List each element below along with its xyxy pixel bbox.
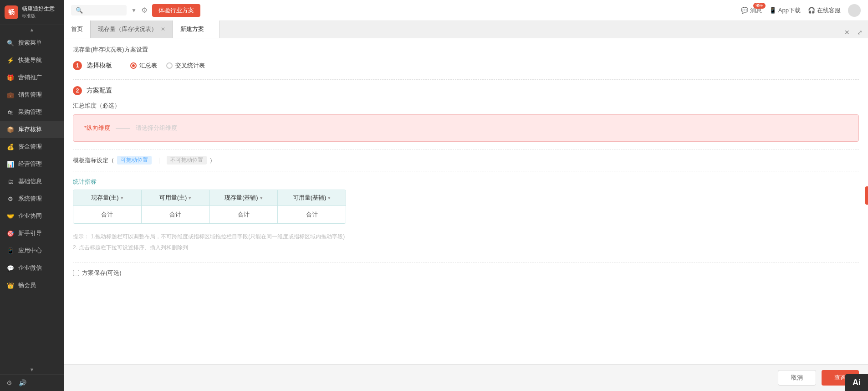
indicator-settings-suffix: ） (209, 156, 215, 165)
sidebar-item-sales[interactable]: 💼 销售管理 (0, 86, 64, 103)
inventory-icon: 📦 (6, 125, 15, 134)
sidebar-item-label: 营销推广 (18, 73, 42, 82)
newbie-icon: 🎯 (6, 229, 15, 237)
sidebar-item-newbie[interactable]: 🎯 新手引导 (0, 225, 64, 242)
section-divider-3 (73, 171, 859, 171)
tab-home-label: 首页 (71, 25, 83, 33)
search-icon: 🔍 (6, 39, 15, 47)
sidebar-item-quicknav[interactable]: ⚡ 快捷导航 (0, 51, 64, 69)
radio-dot-cross[interactable] (166, 62, 173, 69)
cooperation-icon: 🤝 (6, 212, 15, 220)
sidebar-item-label: 企业协同 (18, 212, 42, 220)
stats-section-label: 统计指标 (73, 178, 859, 186)
page-title: 现存量(库存状况表)方案设置 (73, 46, 859, 54)
stats-col-3-header[interactable]: 现存量(基辅) ▾ (210, 190, 278, 206)
sidebar-item-search[interactable]: 🔍 搜索菜单 (0, 34, 64, 51)
ai-badge[interactable]: Ai (845, 374, 868, 391)
sidebar-item-purchase[interactable]: 🛍 采购管理 (0, 103, 64, 121)
tabbar: 首页 现存量（库存状况表） ✕ 新建方案 ✕ ✕ ⤢ (64, 21, 868, 38)
stats-col-4-header-label: 可用量(基辅) (293, 194, 327, 202)
stats-col-3-value: 合计 (238, 211, 250, 219)
vertical-dim-label: *纵向维度 (84, 124, 110, 132)
tab-new-scheme-label: 新建方案 (180, 25, 204, 33)
save-checkbox[interactable] (73, 270, 79, 276)
app-download-item[interactable]: 📱 App下载 (769, 6, 801, 15)
section2-header: 2 方案配置 (73, 86, 859, 95)
radio-label-cross: 交叉统计表 (175, 62, 205, 70)
stats-col-1-body: 合计 (73, 206, 141, 223)
user-avatar[interactable] (848, 4, 861, 17)
sidebar-scroll-up[interactable]: ▲ (0, 25, 64, 34)
right-handle[interactable] (865, 186, 868, 205)
sidebar-item-label: 应用中心 (18, 247, 42, 255)
sidebar-item-cooperation[interactable]: 🤝 企业协同 (0, 207, 64, 225)
sidebar-footer: ⚙ 🔊 (0, 374, 64, 391)
stats-col-3-chevron[interactable]: ▾ (260, 195, 263, 201)
sidebar-item-marketing[interactable]: 🎁 营销推广 (0, 69, 64, 86)
stats-col-3: 现存量(基辅) ▾ 合计 (210, 190, 278, 223)
topbar-dropdown-arrow[interactable]: ▼ (131, 7, 137, 14)
app-download-icon: 📱 (769, 7, 776, 14)
settings-footer-icon[interactable]: ⚙ (6, 379, 12, 386)
search-input[interactable] (86, 7, 122, 14)
radio-summary[interactable]: 汇总表 (130, 62, 157, 70)
topbar-search-box[interactable]: 🔍 (71, 5, 127, 15)
stats-col-2-chevron[interactable]: ▾ (189, 195, 191, 201)
section1-title: 选择模板 (87, 62, 112, 70)
sidebar-item-label: 经营管理 (18, 160, 42, 168)
sidebar-logo: 畅 畅康通好生意 标准版 (0, 0, 64, 25)
sidebar-item-wechat[interactable]: 💬 企业微信 (0, 259, 64, 277)
topbar-gear-icon[interactable]: ⚙ (141, 6, 148, 15)
vertical-dim-placeholder[interactable]: 请选择分组维度 (136, 124, 177, 132)
wechat-icon: 💬 (6, 264, 15, 272)
online-service-item[interactable]: 🎧 在线客服 (808, 6, 841, 15)
sidebar-item-label: 基础信息 (18, 177, 42, 185)
app-edition: 标准版 (22, 13, 55, 19)
stats-col-1-header[interactable]: 现存量(主) ▾ (73, 190, 141, 206)
cancel-button[interactable]: 取消 (778, 370, 816, 386)
tab-new-scheme-close-icon[interactable]: ✕ (208, 26, 212, 32)
radio-label-summary: 汇总表 (139, 62, 157, 70)
topbar-search-icon: 🔍 (76, 7, 83, 14)
stats-col-4-chevron[interactable]: ▾ (328, 195, 331, 201)
window-close-btn[interactable]: ✕ (842, 27, 852, 38)
messages-item[interactable]: 💬 消息 99+ (741, 6, 762, 15)
app-logo-icon: 畅 (5, 5, 18, 19)
sales-icon: 💼 (6, 91, 15, 99)
sidebar-item-label: 快捷导航 (18, 56, 42, 64)
stats-col-4-header[interactable]: 可用量(基辅) ▾ (278, 190, 346, 206)
messages-badge: 99+ (753, 3, 766, 9)
topbar-left: 🔍 ▼ ⚙ 体验行业方案 (71, 4, 200, 17)
footer-bar: 取消 查询 (64, 364, 868, 391)
purchase-icon: 🛍 (6, 108, 15, 116)
tab-inventory-close-icon[interactable]: ✕ (161, 26, 165, 32)
tab-new-scheme[interactable]: 新建方案 ✕ (173, 21, 220, 38)
sidebar-item-finance[interactable]: 💰 资金管理 (0, 138, 64, 155)
trial-btn[interactable]: 体验行业方案 (152, 4, 200, 17)
sidebar-item-member[interactable]: 👑 畅会员 (0, 277, 64, 294)
online-service-label: 在线客服 (817, 6, 841, 15)
sidebar-item-basic[interactable]: 🗂 基础信息 (0, 173, 64, 190)
sidebar-item-apps[interactable]: 📱 应用中心 (0, 242, 64, 259)
quicknav-icon: ⚡ (6, 56, 15, 64)
section2-number: 2 (73, 86, 82, 95)
sidebar-scroll-down[interactable]: ▼ (0, 365, 64, 374)
sidebar-item-label: 新手引导 (18, 229, 42, 237)
tab-inventory-status[interactable]: 现存量（库存状况表） ✕ (91, 21, 173, 38)
speaker-footer-icon[interactable]: 🔊 (19, 379, 26, 386)
stats-col-2-header[interactable]: 可用量(主) ▾ (142, 190, 209, 206)
sidebar-item-inventory[interactable]: 📦 库存核算 (0, 121, 64, 138)
member-icon: 👑 (6, 281, 15, 289)
system-icon: ⚙ (6, 195, 15, 203)
stats-col-1-chevron[interactable]: ▾ (121, 195, 123, 201)
sidebar-item-system[interactable]: ⚙ 系统管理 (0, 190, 64, 207)
movable-badge: 可拖动位置 (117, 156, 152, 165)
radio-cross[interactable]: 交叉统计表 (166, 62, 205, 70)
sidebar-item-operations[interactable]: 📊 经营管理 (0, 155, 64, 173)
window-expand-btn[interactable]: ⤢ (855, 27, 864, 38)
tab-home[interactable]: 首页 (64, 21, 91, 38)
section-divider-1 (73, 79, 859, 80)
radio-dot-summary[interactable] (130, 62, 137, 69)
stats-col-2-header-label: 可用量(主) (159, 194, 187, 202)
vertical-dim-dash: —— (116, 124, 130, 132)
